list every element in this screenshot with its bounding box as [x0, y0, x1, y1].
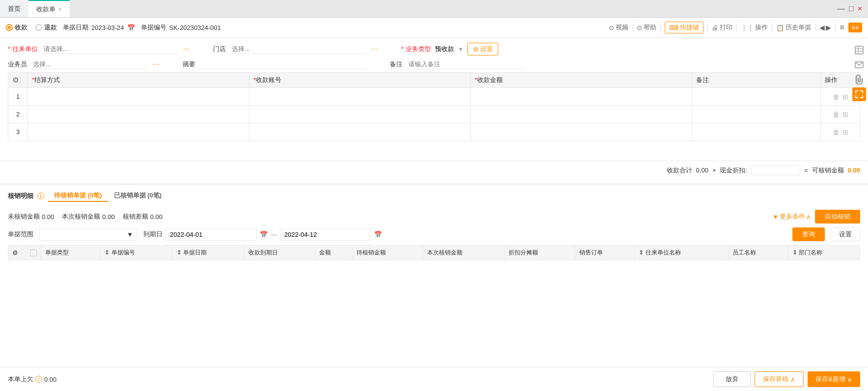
tab-done[interactable]: 已核销单据 (0笔): [108, 190, 168, 202]
business-type-dropdown[interactable]: 预收款 ▼: [435, 45, 463, 54]
tab-home-label: 首页: [8, 4, 21, 13]
row-amount-1[interactable]: [471, 88, 692, 106]
verify-col-gear[interactable]: ⚙: [8, 246, 26, 260]
row-settlement-1[interactable]: [28, 88, 249, 106]
print-btn[interactable]: 🖨 打印: [712, 23, 732, 32]
row-account-1[interactable]: [249, 88, 471, 106]
sidebar-table-icon[interactable]: [852, 43, 866, 57]
form-area: 往来单位 ··· 门店 ··· * 业务类型 预收款 ▼ ⚙ 设置 业务员 ··…: [0, 38, 868, 72]
shortcut-btn[interactable]: ⌨ 快捷键: [665, 22, 704, 33]
more-layout-btn[interactable]: ≡+: [848, 23, 862, 32]
row-settlement-3[interactable]: [28, 123, 249, 141]
row-account-3[interactable]: [249, 123, 471, 141]
due-from-input[interactable]: [165, 228, 257, 241]
staff-more-icon[interactable]: ···: [153, 60, 159, 68]
done-count: (0笔): [147, 192, 162, 199]
business-type-label: * 业务类型: [401, 45, 431, 54]
main-container: 收款 退款 单据日期 2023-03-24 📅 单据编号 SK-20230324…: [0, 18, 868, 391]
window-close-icon[interactable]: ×: [858, 4, 862, 13]
tab-receipt-label: 收款单: [36, 5, 55, 14]
settings-button[interactable]: ⚙ 设置: [467, 43, 498, 56]
settings-icon: ⚙: [473, 46, 479, 53]
verify-col-number: ⇕ 单据编号: [101, 246, 172, 260]
more-conditions-btn[interactable]: ▼ 更多条件 ∧: [772, 212, 811, 221]
layout-btn[interactable]: ≡: [840, 23, 844, 32]
discard-button[interactable]: 放弃: [713, 371, 751, 387]
verify-col-discount: 折扣分摊额: [505, 246, 575, 260]
summary-input[interactable]: [199, 59, 366, 69]
done-tab-label: 已核销单据: [114, 192, 146, 199]
sidebar-expand-icon[interactable]: [852, 87, 866, 101]
keyboard-icon: ⌨: [669, 24, 678, 31]
uncancelled-value: 0.00: [42, 213, 54, 221]
row-note-1[interactable]: [692, 88, 821, 106]
save-new-button[interactable]: 保存&新增 ∧: [808, 371, 860, 387]
query-btn[interactable]: 查询: [792, 227, 825, 241]
history-btn[interactable]: 📋 历史单据: [776, 23, 811, 32]
save-draft-button[interactable]: 保存草稿 ∧: [755, 371, 804, 387]
calendar-icon[interactable]: 📅: [127, 24, 135, 31]
due-to-input[interactable]: [280, 228, 371, 241]
row-copy-3[interactable]: ⊞: [842, 128, 848, 136]
radio-receipt[interactable]: 收款: [6, 23, 27, 32]
save-new-label: 保存&新增: [815, 375, 845, 384]
note-input[interactable]: [407, 59, 524, 69]
nav-right-icon[interactable]: ▶: [826, 24, 831, 31]
row-delete-3[interactable]: 🗑: [833, 128, 840, 136]
row-delete-1[interactable]: 🗑: [833, 93, 840, 101]
verify-settings-btn[interactable]: 设置: [831, 227, 860, 241]
sidebar-clip-icon[interactable]: [852, 73, 866, 86]
store-more-icon[interactable]: ···: [371, 45, 378, 53]
operation-btn[interactable]: ⋮⋮ 操作: [741, 23, 768, 32]
row-amount-2[interactable]: [471, 106, 692, 123]
tab-bar: 首页 收款单 × — □ ×: [0, 0, 868, 18]
row-amount-3[interactable]: [471, 123, 692, 141]
row-note-3[interactable]: [692, 123, 821, 141]
auto-verify-btn[interactable]: 自动核销: [815, 210, 860, 223]
save-draft-label: 保存草稿: [763, 375, 788, 384]
radio-refund-label: 退款: [44, 23, 57, 32]
discount-input[interactable]: [751, 165, 800, 175]
divider-1: [632, 24, 633, 31]
table-header-amount: *收款金额: [471, 73, 692, 88]
row-copy-1[interactable]: ⊞: [842, 93, 848, 101]
tab-close-icon[interactable]: ×: [58, 6, 62, 13]
tab-pending[interactable]: 待核销单据 (0笔): [48, 190, 108, 202]
sidebar-mail-icon[interactable]: [852, 58, 866, 72]
number-label: 单据编号: [141, 23, 166, 32]
row-copy-2[interactable]: ⊞: [842, 111, 848, 118]
table-header-gear[interactable]: ⚙: [8, 73, 28, 88]
tab-home[interactable]: 首页: [0, 0, 28, 17]
range-select[interactable]: ▼: [39, 228, 137, 241]
bottom-info-icon[interactable]: i: [35, 376, 42, 383]
gear-icon[interactable]: ⚙: [12, 76, 19, 84]
header-checkbox[interactable]: [30, 250, 37, 256]
tab-receipt[interactable]: 收款单 ×: [28, 0, 70, 17]
store-input[interactable]: [230, 44, 367, 54]
partner-more-icon[interactable]: ···: [183, 45, 190, 53]
verify-title-row: 核销明细 i 待核销单据 (0笔) 已核销单据 (0笔): [8, 190, 860, 202]
video-btn[interactable]: ⊙ 视频: [609, 23, 628, 32]
info-icon[interactable]: i: [37, 193, 44, 199]
settings-label: 设置: [480, 45, 493, 54]
row-account-2[interactable]: [249, 106, 471, 123]
store-label: 门店: [213, 45, 226, 54]
verify-gear-icon[interactable]: ⚙: [12, 249, 18, 256]
date-field: 单据日期 2023-03-24 📅: [63, 23, 135, 32]
window-minimize-icon[interactable]: —: [837, 4, 845, 13]
equals-sign: =: [804, 167, 808, 174]
row-note-2[interactable]: [692, 106, 821, 123]
partner-input[interactable]: [42, 44, 179, 54]
radio-refund[interactable]: 退款: [35, 23, 57, 32]
nav-left-icon[interactable]: ◀: [819, 24, 825, 31]
staff-input[interactable]: [31, 59, 149, 69]
tab-bar-right: — □ ×: [837, 4, 868, 13]
calendar-to-icon[interactable]: 📅: [374, 231, 382, 238]
help-btn[interactable]: ⊙ 帮助: [637, 23, 656, 32]
row-delete-2[interactable]: 🗑: [833, 111, 840, 118]
calendar-from-icon[interactable]: 📅: [260, 231, 268, 238]
staff-label: 业务员: [8, 60, 27, 69]
row-settlement-2[interactable]: [28, 106, 249, 123]
window-maximize-icon[interactable]: □: [849, 4, 854, 13]
bottom-bar: 本单上欠 i 0.00 放弃 保存草稿 ∧ 保存&新增 ∧: [0, 367, 868, 391]
